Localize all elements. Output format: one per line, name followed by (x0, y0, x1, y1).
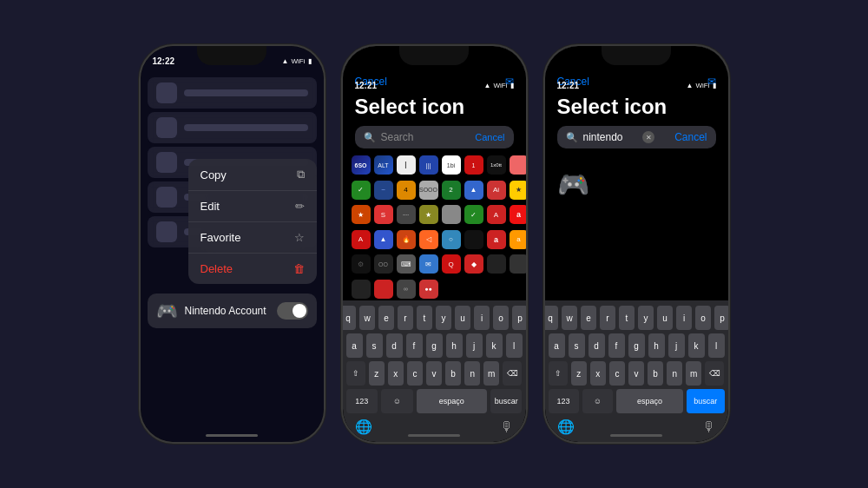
app-icon-17[interactable]: ★ (352, 205, 371, 224)
app-icon-37[interactable]: Q (442, 254, 461, 274)
search-cancel-3[interactable]: Cancel (674, 131, 707, 143)
key-j[interactable]: j (466, 333, 483, 358)
search-input-2[interactable]: Search (381, 131, 414, 143)
app-icon-6[interactable]: 1 (464, 155, 483, 175)
app-icon-28[interactable]: ◁ (419, 230, 438, 249)
context-favorite[interactable]: Favorite ☆ (188, 222, 317, 254)
key-3-emoji[interactable]: ☺ (582, 389, 613, 413)
context-edit[interactable]: Edit ✏ (188, 191, 317, 222)
key-e[interactable]: e (378, 306, 394, 330)
key-r[interactable]: r (398, 306, 413, 330)
app-icon-4[interactable]: ||| (419, 155, 438, 175)
key-3-w[interactable]: w (562, 306, 577, 330)
key-3-e[interactable]: e (581, 306, 596, 330)
app-icon-23[interactable]: A (487, 205, 506, 224)
key-f[interactable]: f (406, 333, 423, 358)
app-icon-16[interactable]: ★ (510, 181, 526, 200)
key-3-v[interactable]: v (628, 361, 644, 386)
key-3-buscar[interactable]: buscar (687, 389, 725, 413)
app-icon-14[interactable]: ▲ (464, 181, 483, 200)
app-icon-3[interactable]: I (397, 155, 416, 175)
key-backspace[interactable]: ⌫ (503, 361, 522, 386)
key-3-y[interactable]: y (638, 306, 654, 330)
key-c[interactable]: c (407, 361, 423, 386)
app-icon-21[interactable] (442, 205, 461, 224)
app-icon-38[interactable]: ◆ (464, 254, 483, 274)
globe-icon-2[interactable]: 🌐 (355, 419, 372, 435)
key-3-c[interactable]: c (609, 361, 625, 386)
key-3-x[interactable]: x (590, 361, 606, 386)
mic-icon-2[interactable]: 🎙 (500, 419, 514, 435)
app-icon-2[interactable]: ALT (374, 155, 393, 175)
app-icon-13[interactable]: 2 (442, 181, 461, 200)
key-3-space[interactable]: espaço (616, 389, 683, 413)
key-3-d[interactable]: d (589, 333, 605, 358)
key-h[interactable]: h (446, 333, 463, 358)
key-d[interactable]: d (386, 333, 403, 358)
key-3-h[interactable]: h (648, 333, 665, 358)
key-n[interactable]: n (464, 361, 480, 386)
app-icon-42[interactable] (374, 280, 393, 299)
key-o[interactable]: o (493, 306, 509, 330)
app-icon-7[interactable]: 1x0tt (487, 155, 506, 175)
app-icon-32[interactable]: a (510, 230, 526, 249)
key-3-o[interactable]: o (695, 306, 711, 330)
app-icon-12[interactable]: SOOO (419, 181, 438, 200)
mic-icon-3[interactable]: 🎙 (702, 419, 716, 435)
key-i[interactable]: i (474, 306, 490, 330)
app-icon-1[interactable]: 6SO (352, 155, 371, 175)
app-icon-41[interactable] (352, 280, 371, 299)
key-space[interactable]: espaço (417, 389, 487, 413)
search-input-3[interactable]: nintendo (583, 131, 623, 143)
key-3-g[interactable]: g (628, 333, 645, 358)
search-clear-button[interactable]: ✕ (642, 131, 654, 143)
key-3-q[interactable]: q (545, 306, 559, 330)
app-icon-44[interactable]: ●● (419, 280, 438, 299)
app-icon-19[interactable]: ~-- (397, 205, 416, 224)
key-3-z[interactable]: z (571, 361, 587, 386)
key-q[interactable]: q (343, 306, 357, 330)
app-icon-25[interactable]: A (352, 230, 371, 249)
app-icon-31[interactable]: a (487, 230, 506, 249)
key-3-u[interactable]: u (657, 306, 673, 330)
key-3-n[interactable]: n (667, 361, 682, 386)
app-icon-34[interactable]: OO (374, 254, 393, 274)
key-3-i[interactable]: i (676, 306, 692, 330)
search-bar-3[interactable]: 🔍 nintendo ✕ Cancel (557, 126, 716, 148)
key-3-123[interactable]: 123 (549, 389, 579, 413)
app-icon-11[interactable]: 4 (397, 181, 416, 200)
key-123[interactable]: 123 (346, 389, 378, 413)
key-t[interactable]: t (417, 306, 432, 330)
app-icon-5[interactable]: 1bi (442, 155, 461, 175)
key-w[interactable]: w (359, 306, 375, 330)
key-3-a[interactable]: a (549, 333, 565, 358)
app-icon-30[interactable] (464, 230, 483, 249)
key-x[interactable]: x (388, 361, 404, 386)
app-icon-39[interactable] (487, 254, 506, 274)
key-l[interactable]: l (506, 333, 523, 358)
nintendo-toggle[interactable] (277, 302, 308, 320)
key-emoji[interactable]: ☺ (381, 389, 413, 413)
app-icon-40[interactable] (510, 254, 526, 274)
search-bar-2[interactable]: 🔍 Search Cancel (355, 126, 514, 148)
app-icon-8[interactable] (510, 155, 526, 175)
app-icon-29[interactable]: ○ (442, 230, 461, 249)
key-3-b[interactable]: b (648, 361, 663, 386)
key-3-shift[interactable]: ⇧ (549, 361, 568, 386)
key-z[interactable]: z (369, 361, 385, 386)
key-3-p[interactable]: p (714, 306, 728, 330)
key-3-r[interactable]: r (600, 306, 615, 330)
key-shift[interactable]: ⇧ (346, 361, 365, 386)
app-icon-9[interactable]: ✓ (352, 181, 371, 200)
key-3-t[interactable]: t (619, 306, 635, 330)
nintendo-result-icon[interactable]: 🎮 (545, 155, 728, 214)
nintendo-account-row[interactable]: 🎮 Nintendo Account (148, 293, 317, 328)
key-b[interactable]: b (445, 361, 461, 386)
key-3-k[interactable]: k (688, 333, 705, 358)
app-icon-24[interactable]: a (510, 205, 526, 224)
app-icon-20[interactable]: ★ (419, 205, 438, 224)
context-copy[interactable]: Copy ⧉ (188, 159, 317, 191)
context-delete[interactable]: Delete 🗑 (188, 254, 317, 284)
app-icon-15[interactable]: Ai (487, 181, 506, 200)
key-search[interactable]: buscar (490, 389, 523, 413)
